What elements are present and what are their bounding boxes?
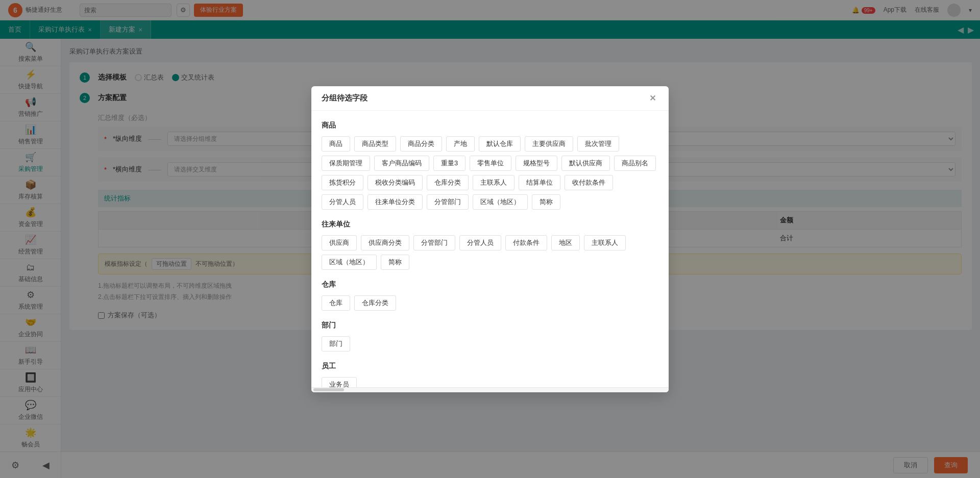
field-tag-0-2[interactable]: 商品分类 xyxy=(400,136,442,152)
field-tag-4-0[interactable]: 业务员 xyxy=(322,377,357,388)
field-tag-1-3[interactable]: 分管人员 xyxy=(459,235,501,250)
modal-hscroll[interactable] xyxy=(311,387,669,392)
modal-overlay: 分组待选字段 ✕ 商品商品商品类型商品分类产地默认仓库主要供应商批次管理保质期管… xyxy=(0,0,980,478)
field-category-title-1: 往来单位 xyxy=(322,220,658,229)
field-tag-0-18[interactable]: 结算单位 xyxy=(519,175,560,190)
field-category-title-4: 员工 xyxy=(322,362,658,371)
field-tag-0-10[interactable]: 零售单位 xyxy=(470,156,511,171)
field-tag-0-8[interactable]: 客户商品编码 xyxy=(374,156,429,171)
field-tag-1-0[interactable]: 供应商 xyxy=(322,235,357,250)
field-tag-1-7[interactable]: 区域（地区） xyxy=(322,255,377,270)
field-tag-0-11[interactable]: 规格型号 xyxy=(516,156,557,171)
field-tag-0-21[interactable]: 往来单位分类 xyxy=(368,194,423,210)
field-tag-3-0[interactable]: 部门 xyxy=(322,336,350,351)
field-tag-1-1[interactable]: 供应商分类 xyxy=(361,235,409,250)
field-tag-0-17[interactable]: 主联系人 xyxy=(473,175,514,190)
field-tag-0-12[interactable]: 默认供应商 xyxy=(561,156,610,171)
field-tag-0-3[interactable]: 产地 xyxy=(446,136,475,152)
field-tag-0-6[interactable]: 批次管理 xyxy=(577,136,619,152)
field-tag-0-20[interactable]: 分管人员 xyxy=(322,194,363,210)
field-tag-1-8[interactable]: 简称 xyxy=(381,255,409,270)
field-tag-1-6[interactable]: 主联系人 xyxy=(584,235,626,250)
field-category-4: 员工业务员 xyxy=(322,362,658,388)
field-tag-1-5[interactable]: 地区 xyxy=(551,235,580,250)
field-tag-1-2[interactable]: 分管部门 xyxy=(413,235,455,250)
field-tag-0-14[interactable]: 拣货积分 xyxy=(322,175,363,190)
field-category-2: 仓库仓库仓库分类 xyxy=(322,280,658,311)
field-category-title-3: 部门 xyxy=(322,321,658,330)
modal-title: 分组待选字段 xyxy=(322,93,368,103)
field-category-3: 部门部门 xyxy=(322,321,658,351)
field-tag-1-4[interactable]: 付款条件 xyxy=(505,235,547,250)
field-tags-3: 部门 xyxy=(322,336,658,351)
modal-body: 商品商品商品类型商品分类产地默认仓库主要供应商批次管理保质期管理客户商品编码重量… xyxy=(311,111,669,388)
field-tags-1: 供应商供应商分类分管部门分管人员付款条件地区主联系人区域（地区）简称 xyxy=(322,235,658,270)
field-tag-0-19[interactable]: 收付款条件 xyxy=(565,175,613,190)
field-tag-0-16[interactable]: 仓库分类 xyxy=(427,175,469,190)
field-tag-0-9[interactable]: 重量3 xyxy=(433,156,465,171)
modal-header: 分组待选字段 ✕ xyxy=(311,86,669,111)
field-category-title-0: 商品 xyxy=(322,121,658,130)
field-category-0: 商品商品商品类型商品分类产地默认仓库主要供应商批次管理保质期管理客户商品编码重量… xyxy=(322,121,658,210)
field-tag-0-22[interactable]: 分管部门 xyxy=(427,194,469,210)
field-tag-0-24[interactable]: 简称 xyxy=(532,194,560,210)
field-tag-2-1[interactable]: 仓库分类 xyxy=(354,295,396,311)
hscroll-bar xyxy=(313,388,344,391)
field-tag-0-15[interactable]: 税收分类编码 xyxy=(368,175,423,190)
field-tag-0-13[interactable]: 商品别名 xyxy=(614,156,656,171)
modal: 分组待选字段 ✕ 商品商品商品类型商品分类产地默认仓库主要供应商批次管理保质期管… xyxy=(311,86,669,392)
field-category-1: 往来单位供应商供应商分类分管部门分管人员付款条件地区主联系人区域（地区）简称 xyxy=(322,220,658,270)
modal-close-button[interactable]: ✕ xyxy=(646,92,658,104)
field-tags-2: 仓库仓库分类 xyxy=(322,295,658,311)
field-tag-2-0[interactable]: 仓库 xyxy=(322,295,350,311)
field-tag-0-1[interactable]: 商品类型 xyxy=(354,136,396,152)
field-tags-4: 业务员 xyxy=(322,377,658,388)
field-tag-0-7[interactable]: 保质期管理 xyxy=(322,156,370,171)
field-tag-0-4[interactable]: 默认仓库 xyxy=(479,136,521,152)
field-tags-0: 商品商品类型商品分类产地默认仓库主要供应商批次管理保质期管理客户商品编码重量3零… xyxy=(322,136,658,210)
field-tag-0-0[interactable]: 商品 xyxy=(322,136,350,152)
field-tag-0-23[interactable]: 区域（地区） xyxy=(473,194,528,210)
field-category-title-2: 仓库 xyxy=(322,280,658,289)
field-tag-0-5[interactable]: 主要供应商 xyxy=(525,136,573,152)
